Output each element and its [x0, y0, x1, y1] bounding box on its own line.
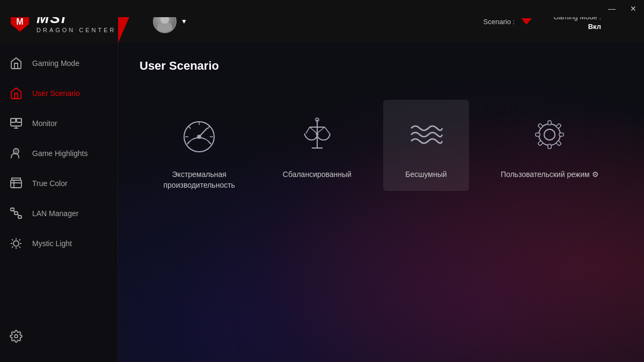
svg-rect-15 [18, 216, 21, 218]
profile-chevron-icon[interactable]: ▼ [181, 18, 187, 25]
svg-line-26 [19, 239, 20, 240]
svg-rect-13 [11, 208, 14, 211]
scenario-dropdown[interactable] [521, 18, 532, 25]
speedometer-icon [175, 110, 223, 159]
mystic-light-label: Mystic Light [32, 239, 72, 248]
titlebar: — ✕ [0, 0, 644, 17]
scales-icon [293, 110, 341, 159]
svg-point-18 [13, 241, 19, 246]
svg-rect-46 [548, 121, 551, 125]
sidebar-item-mystic-light[interactable]: Mystic Light [0, 228, 118, 258]
sidebar-item-lan-manager[interactable]: LAN Manager [0, 198, 118, 228]
user-scenario-label: User Scenario [32, 89, 80, 98]
custom-label: Пользовательский режим ⚙ [501, 169, 599, 180]
svg-rect-49 [559, 133, 564, 136]
monitor-icon [9, 116, 24, 131]
extreme-label: Экстремальнаяпроизводительность [163, 169, 235, 190]
scenario-card-custom[interactable]: Пользовательский режим ⚙ [485, 100, 615, 191]
scenario-card-silent[interactable]: Бесшумный [383, 100, 469, 191]
svg-line-16 [12, 211, 16, 212]
svg-line-38 [306, 127, 310, 134]
waves-icon [402, 110, 450, 159]
settings-icon [9, 329, 24, 344]
sidebar-item-settings[interactable] [0, 321, 118, 351]
svg-line-40 [317, 127, 325, 134]
sidebar-item-gaming-mode[interactable]: Gaming Mode [0, 48, 118, 78]
scenario-card-balanced[interactable]: Сбалансированный [267, 100, 368, 191]
svg-line-25 [12, 247, 13, 248]
gaming-mode-label: Gaming Mode [32, 59, 79, 68]
balanced-label: Сбалансированный [283, 169, 352, 180]
svg-rect-47 [548, 144, 551, 149]
custom-gear-icon [525, 110, 574, 159]
svg-point-45 [544, 129, 555, 140]
svg-rect-51 [556, 123, 561, 129]
svg-line-41 [325, 127, 330, 134]
svg-rect-53 [556, 141, 561, 146]
close-button[interactable]: ✕ [623, 0, 644, 17]
true-color-label: True Color [32, 179, 68, 188]
svg-line-21 [12, 239, 13, 240]
svg-line-32 [188, 126, 191, 129]
lan-manager-icon [9, 206, 24, 221]
user-scenario-icon [9, 86, 24, 101]
lan-manager-label: LAN Manager [32, 209, 78, 218]
gaming-mode-icon [9, 56, 24, 71]
sidebar-item-user-scenario[interactable]: User Scenario [0, 78, 118, 108]
page-title: User Scenario [140, 59, 623, 73]
main-content: User Scenario [118, 43, 644, 362]
svg-rect-50 [538, 123, 543, 129]
svg-point-35 [197, 135, 201, 138]
svg-rect-3 [11, 119, 16, 122]
scenario-card-extreme[interactable]: Экстремальнаяпроизводительность [147, 100, 251, 201]
svg-line-22 [19, 247, 20, 248]
svg-line-39 [310, 127, 317, 134]
svg-rect-48 [536, 133, 540, 136]
svg-rect-9 [11, 180, 21, 188]
monitor-label: Monitor [32, 119, 57, 128]
svg-point-27 [14, 335, 18, 338]
svg-point-8 [15, 150, 18, 153]
game-highlights-icon [9, 146, 24, 161]
svg-text:M: M [16, 17, 23, 26]
game-highlights-label: Game Highlights [32, 149, 88, 158]
scenario-section: Scenario : [484, 18, 532, 26]
svg-line-33 [208, 126, 210, 129]
scenario-cards: Экстремальнаяпроизводительность [140, 100, 623, 201]
sidebar-item-monitor[interactable]: Monitor [0, 108, 118, 138]
sidebar-item-game-highlights[interactable]: Game Highlights [0, 138, 118, 168]
svg-rect-14 [14, 212, 18, 215]
true-color-icon [9, 176, 24, 191]
sidebar-item-true-color[interactable]: True Color [0, 168, 118, 198]
silent-label: Бесшумный [405, 169, 447, 180]
gaming-mode-value: Вкл [588, 23, 601, 31]
logo-sub: DRAGON CENTER [36, 27, 116, 33]
svg-rect-12 [12, 178, 20, 180]
mystic-light-icon [9, 236, 24, 251]
sidebar: Gaming Mode User Scenario Monitor [0, 43, 118, 362]
scenario-label: Scenario : [484, 18, 515, 26]
svg-rect-52 [538, 141, 543, 146]
minimize-button[interactable]: — [601, 0, 623, 17]
sidebar-bottom [0, 321, 118, 362]
